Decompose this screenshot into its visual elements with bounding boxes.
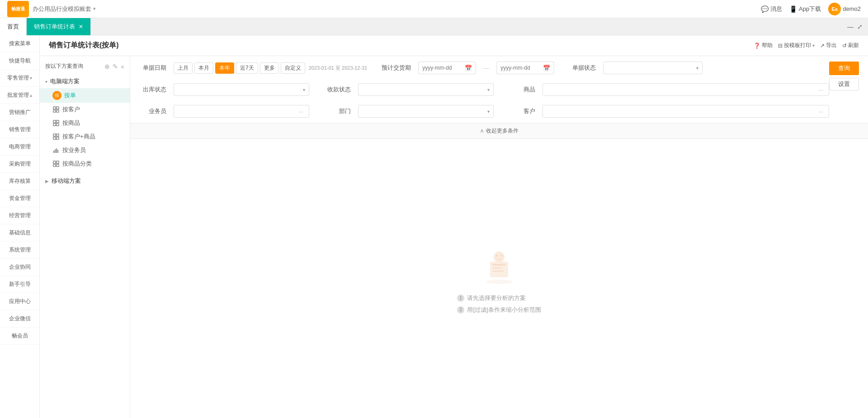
sidebar-item-biz-mgmt[interactable]: 经营管理 [0, 207, 39, 224]
sidebar-item-corp-wechat[interactable]: 企业微信 [0, 310, 39, 328]
sidebar-item-retail-mgmt[interactable]: 零售管理 ▾ [0, 70, 39, 87]
tree-parent-mobile-arrow-icon: ▶ [45, 179, 49, 184]
date-btn-last7days[interactable]: 近7天 [236, 62, 258, 74]
user-btn[interactable]: Ea demo2 [828, 3, 861, 15]
sidebar-item-sys-mgmt[interactable]: 系统管理 [0, 242, 39, 259]
avatar: Ea [828, 3, 841, 15]
tree-parent-mobile[interactable]: ▶ 移动端方案 [40, 174, 130, 188]
date-buttons: 上月 本月 本年 近7天 更多 自定义 2023-01-01 至 2023-12… [174, 62, 367, 74]
edit-scheme-icon[interactable]: ✎ [113, 63, 118, 70]
sidebar-label-finance-mgmt: 资金管理 [9, 195, 31, 201]
tree-item-by-product[interactable]: 按商品 [40, 116, 130, 130]
customer-input-wrap[interactable]: ··· [542, 105, 829, 118]
tree-item-by-order[interactable]: 按 按单 [40, 88, 130, 103]
sidebar-item-basic-info[interactable]: 基础信息 [0, 224, 39, 242]
expected-date-from-input[interactable] [422, 65, 463, 71]
empty-tips: 1 请先选择要分析的方案 2 用[过滤]条件来缩小分析范围 [457, 294, 541, 314]
filter-row-3: 业务员 ··· 部门 ▾ 客户 [139, 105, 829, 118]
minimize-btn[interactable]: — [847, 23, 854, 30]
svg-rect-3 [57, 110, 59, 112]
by-prod-cat-icon [52, 160, 60, 167]
export-btn[interactable]: ↗ 导出 [820, 42, 837, 49]
by-salesperson-label: 按业务员 [62, 146, 86, 154]
app-download-btn[interactable]: 📱 App下载 [789, 5, 821, 13]
pay-status-select[interactable]: ▾ [358, 83, 494, 96]
right-panel: 单据日期 上月 本月 本年 近7天 更多 自定义 2023-01-01 至 20… [130, 56, 868, 418]
tree-item-by-prod-cat[interactable]: 按商品分类 [40, 157, 130, 171]
refresh-btn[interactable]: ↺ 刷新 [842, 42, 859, 49]
svg-rect-13 [55, 149, 56, 153]
tab-home[interactable]: 首页 [0, 18, 27, 35]
sidebar-item-vip-member[interactable]: 畅会员 [0, 328, 39, 345]
user-name: demo2 [843, 5, 861, 12]
tree-item-by-cust-prod[interactable]: 按客户+商品 [40, 130, 130, 143]
sidebar-item-quick-nav[interactable]: 快捷导航 [0, 52, 39, 70]
query-btn[interactable]: 查询 [829, 62, 859, 75]
expected-date-from[interactable]: 📅 [418, 62, 476, 74]
salesperson-input-wrap[interactable]: ··· [174, 105, 309, 118]
page-title: 销售订单统计表(按单) [49, 41, 119, 56]
setting-btn[interactable]: 设置 [829, 78, 859, 90]
customer-input[interactable] [547, 108, 816, 115]
dept-select[interactable]: ▾ [358, 105, 494, 118]
salesperson-ellipsis-icon[interactable]: ··· [297, 108, 305, 115]
sidebar-label-corp-collab: 企业协同 [9, 264, 31, 270]
sidebar-item-finance-mgmt[interactable]: 资金管理 [0, 190, 39, 207]
tree-item-by-salesperson[interactable]: 按业务员 [40, 143, 130, 157]
sidebar-label-quick-nav: 快捷导航 [9, 57, 31, 64]
add-scheme-icon[interactable]: ⊕ [104, 63, 110, 70]
sidebar-item-app-center[interactable]: 应用中心 [0, 293, 39, 310]
collapse-row[interactable]: ∧ 收起更多条件 [130, 124, 868, 139]
tip-text-2: 用[过滤]条件来缩小分析范围 [467, 306, 541, 314]
tip-text-1: 请先选择要分析的方案 [467, 294, 526, 302]
by-customer-icon [52, 106, 60, 113]
date-btn-this-year[interactable]: 本年 [215, 62, 234, 74]
bill-status-select[interactable]: ▾ [603, 62, 703, 74]
salesperson-input[interactable] [178, 108, 297, 115]
top-bar-left: 畅捷通 办公用品行业模拟账套 ▾ [7, 1, 96, 17]
delivery-status-select[interactable]: ▾ [174, 83, 309, 96]
date-btn-this-month[interactable]: 本月 [194, 62, 213, 74]
date-btn-more[interactable]: 更多 [260, 62, 279, 74]
product-input-wrap[interactable]: ··· [542, 83, 829, 96]
tab-bar: 首页 销售订单统计表 ✕ — ⤢ [0, 18, 868, 35]
panel-title: 按以下方案查询 [45, 62, 83, 70]
sidebar-item-new-guide[interactable]: 新手引导 [0, 276, 39, 293]
svg-point-20 [486, 280, 513, 284]
date-separator: — [483, 65, 489, 71]
date-btn-last-month[interactable]: 上月 [174, 62, 193, 74]
expected-date-to-input[interactable] [500, 65, 541, 71]
sidebar-item-ecom-mgmt[interactable]: 电商管理 [0, 138, 39, 156]
sidebar-item-wholesale-mgmt[interactable]: 批发管理 ▴ [0, 87, 39, 104]
app-title-dropdown[interactable]: 办公用品行业模拟账套 ▾ [33, 5, 96, 13]
page-header: 销售订单统计表(按单) ❓ 帮助 ⊟ 按模板打印 ▾ ↗ 导出 ↺ 刷新 [40, 35, 868, 56]
by-order-label: 按单 [64, 91, 76, 100]
help-label: 帮助 [762, 42, 773, 49]
help-btn[interactable]: ❓ 帮助 [754, 42, 773, 49]
svg-rect-5 [57, 120, 59, 123]
sidebar-item-purchase-mgmt[interactable]: 采购管理 [0, 156, 39, 173]
tree-item-by-customer[interactable]: 按客户 [40, 103, 130, 116]
sidebar-item-corp-collab[interactable]: 企业协同 [0, 259, 39, 276]
tab-sales-stat[interactable]: 销售订单统计表 ✕ [27, 18, 91, 35]
sidebar-item-inventory[interactable]: 库存核算 [0, 173, 39, 190]
template-print-btn[interactable]: ⊟ 按模板打印 ▾ [778, 42, 815, 49]
bill-date-label: 单据日期 [139, 64, 166, 72]
sidebar-item-sales-mgmt[interactable]: 销售管理 [0, 121, 39, 138]
tab-close-icon[interactable]: ✕ [79, 24, 83, 30]
product-input[interactable] [547, 86, 816, 93]
maximize-btn[interactable]: ⤢ [857, 23, 863, 30]
svg-rect-17 [57, 161, 59, 163]
export-icon: ↗ [820, 43, 825, 49]
svg-point-25 [494, 252, 505, 262]
sidebar-item-mktg-promo[interactable]: 营销推广 [0, 104, 39, 121]
customer-ellipsis-icon[interactable]: ··· [816, 108, 825, 115]
expected-date-to[interactable]: 📅 [496, 62, 554, 74]
sidebar-item-search-menu[interactable]: 搜索菜单 [0, 35, 39, 52]
collapse-panel-icon[interactable]: « [121, 63, 124, 70]
product-ellipsis-icon[interactable]: ··· [816, 86, 825, 93]
tree-parent-pc[interactable]: ▾ 电脑端方案 [40, 75, 130, 88]
export-label: 导出 [826, 42, 837, 49]
date-btn-custom[interactable]: 自定义 [281, 62, 305, 74]
message-btn[interactable]: 💬 消息 [761, 5, 782, 13]
